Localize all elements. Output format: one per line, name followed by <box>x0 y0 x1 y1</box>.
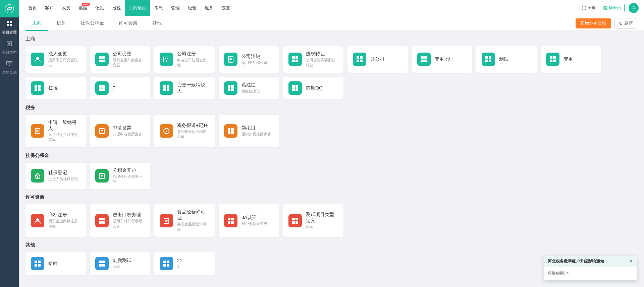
card-info-company-change: 公司变更 股权变更外的业务变更 <box>113 51 145 68</box>
card-info-fund-account: 公积金开户 办理公积金相关业务 <box>113 167 145 185</box>
svg-rect-61 <box>296 85 298 88</box>
card-icon-test-project <box>288 214 302 227</box>
card-title-apply-invoice: 申请发票 <box>113 125 142 131</box>
card-title-company-cancel: 公司注销 <box>241 54 267 60</box>
refresh-button[interactable]: ↻ 刷新 <box>614 18 637 29</box>
nav-management[interactable]: 管理 <box>167 0 184 16</box>
card-num1[interactable]: 1 1 <box>90 77 150 99</box>
grid-icon <box>6 20 13 28</box>
fullscreen-btn[interactable]: 全屏 <box>582 5 596 11</box>
nav-tickets[interactable]: 票据 new <box>74 0 91 16</box>
card-title-change: 变更 <box>564 56 573 62</box>
card-info-new-project: 新项目 报税加税控盘保管 <box>241 125 271 137</box>
card-change-address[interactable]: 变更地址 <box>412 46 472 73</box>
nav-bizproject[interactable]: 工商项目 <box>125 0 150 16</box>
card-fund-account[interactable]: 公积金开户 办理公积金相关业务 <box>90 163 150 189</box>
card-title-company-register: 公司注册 <box>177 51 209 57</box>
nav-services[interactable]: 服务 <box>201 0 217 16</box>
tab-social[interactable]: 社保公积金 <box>74 16 111 31</box>
card-info-food-license: 食品经营许可证 办理食品经营许可证 <box>177 209 209 232</box>
card-test[interactable]: 测试 <box>476 46 537 73</box>
svg-rect-47 <box>38 88 41 91</box>
svg-rect-107 <box>163 264 166 267</box>
tab-tax[interactable]: 税务 <box>50 16 72 31</box>
sidebar-item-project-type[interactable]: 项目类型 <box>0 38 19 58</box>
svg-rect-49 <box>102 85 105 88</box>
card-title-test-project: 测试项目类型定义 <box>306 212 338 224</box>
nav-tax[interactable]: 报税 <box>108 0 125 16</box>
svg-rect-12 <box>99 56 102 59</box>
tab-license[interactable]: 许可资质 <box>112 16 144 31</box>
svg-rect-34 <box>421 60 424 62</box>
card-company-cancel[interactable]: 公司注销 适用于注销公司 <box>219 46 279 73</box>
card-open-company[interactable]: 开公司 <box>347 46 408 73</box>
section-title-other-section: 其他 <box>25 242 637 248</box>
card-title-change-address: 变更地址 <box>435 56 453 62</box>
user-avatar[interactable]: A <box>629 3 639 13</box>
card-haha[interactable]: 哈哈 <box>25 252 86 275</box>
card-icon-lala <box>31 81 44 95</box>
cards-grid-biz-section: 法人变更 适用于公司变更法人 公司变更 股权变更外的业务变更 公司注册 申请公司… <box>25 46 637 99</box>
svg-rect-77 <box>101 173 103 174</box>
refresh-icon: ↻ <box>619 21 623 26</box>
notification-close[interactable]: ✕ <box>629 259 633 264</box>
card-social-register[interactable]: 社保登记 进行人员社保登记 <box>25 163 86 189</box>
card-3a-cert[interactable]: 3A认证 对企业信誉评级 <box>219 204 279 237</box>
card-equity-transfer[interactable]: 股权转让 公司变更需要股权转让 <box>283 46 343 73</box>
card-icon-haha <box>31 257 44 270</box>
nav-home[interactable]: 首页 <box>24 0 41 16</box>
vip-button[interactable]: 畅会员 <box>600 4 625 12</box>
svg-rect-102 <box>102 261 105 263</box>
nav-customer[interactable]: 客户 <box>41 0 58 16</box>
card-info-test-project: 测试项目类型定义 测试 <box>306 212 338 229</box>
card-desc-gehonghong: 葛红红测试 <box>241 89 260 94</box>
svg-rect-104 <box>102 264 105 267</box>
card-company-register[interactable]: 公司注册 申请公司注册全流程 <box>154 46 215 73</box>
card-desc-equity-transfer: 公司变更需要股权转让 <box>306 58 338 68</box>
card-new-project[interactable]: 新项目 报税加税控盘保管 <box>219 115 279 147</box>
svg-rect-93 <box>292 218 295 220</box>
navbar-right: 全屏 畅会员 A <box>582 3 639 13</box>
card-liupeng-test[interactable]: 刘鹏测试 测试 <box>90 252 150 275</box>
svg-rect-17 <box>165 58 166 59</box>
nav-settings[interactable]: 设置 <box>217 0 234 16</box>
card-legal-change[interactable]: 法人变更 适用于公司变更法人 <box>25 46 86 73</box>
nav-billing[interactable]: 收费 <box>58 0 74 16</box>
card-title-tax-report: 税务报道+记账 <box>177 123 209 129</box>
card-desc-tax-report: 拿到营业执照的新公司 <box>177 129 209 140</box>
card-apply-invoice[interactable]: 申请发票 办理申请发票业务 <box>90 115 150 147</box>
card-test-project[interactable]: 测试项目类型定义 测试 <box>283 204 343 237</box>
nav-messages[interactable]: 消息 <box>150 0 167 16</box>
svg-rect-41 <box>553 56 556 59</box>
card-desc-3a-cert: 对企业信誉评级 <box>241 221 267 226</box>
sidebar-item-progress-monitor[interactable]: 进度监测 <box>0 58 19 78</box>
card-company-change[interactable]: 公司变更 股权变更外的业务变更 <box>90 46 150 73</box>
card-food-license[interactable]: 食品经营许可证 办理食品经营许可证 <box>154 204 215 237</box>
card-import-export[interactable]: 进出口权办理 适用于对外贸易经营者 <box>90 204 150 237</box>
card-trademark[interactable]: 商标注册 用于企业商标注册服务 <box>25 204 86 237</box>
card-gehonghong[interactable]: 葛红红 葛红红测试 <box>219 77 279 99</box>
card-title-num1: 1 <box>113 82 115 88</box>
new-type-button[interactable]: 新增业务类型 <box>576 18 611 28</box>
sidebar-logo[interactable] <box>0 0 19 17</box>
card-num21[interactable]: 21 1 <box>154 252 215 275</box>
tab-other[interactable]: 其他 <box>146 16 168 31</box>
sidebar-item-project-mgmt[interactable]: 项目管理 <box>0 17 19 38</box>
svg-rect-18 <box>167 58 168 59</box>
svg-rect-46 <box>35 88 37 91</box>
card-change[interactable]: 变更 <box>541 46 601 73</box>
nav-accounting[interactable]: 记账 <box>91 0 108 16</box>
card-change-tax[interactable]: 变更一般纳税人 <box>154 77 215 99</box>
card-tax-report[interactable]: ¥ 税务报道+记账 拿到营业执照的新公司 <box>154 115 215 147</box>
card-lala[interactable]: 拉拉 <box>25 77 86 99</box>
notification-header: 河北税务数字账户升级影响通知 ✕ <box>544 256 637 267</box>
card-apply-tax[interactable]: 申请一般纳税人 当月或次月成变更完成 <box>25 115 86 147</box>
card-desc-company-change: 股权变更外的业务变更 <box>113 58 145 68</box>
svg-rect-1 <box>7 21 9 23</box>
card-info-change-tax: 变更一般纳税人 <box>177 82 209 94</box>
nav-operations[interactable]: 经营 <box>184 0 201 16</box>
svg-rect-51 <box>102 88 105 91</box>
tab-biz[interactable]: 工商 <box>25 16 48 31</box>
card-qiqi[interactable]: 前期QQ <box>283 77 343 99</box>
card-info-legal-change: 法人变更 适用于公司变更法人 <box>48 51 80 68</box>
